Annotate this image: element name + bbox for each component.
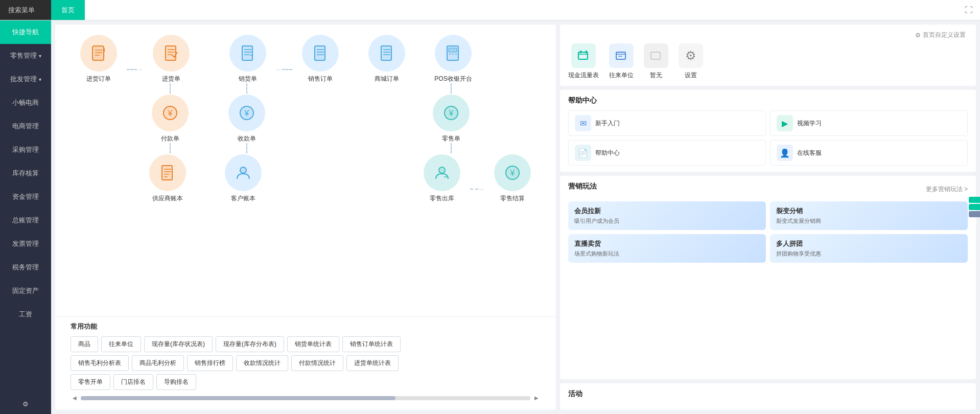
svg-rect-21 (381, 46, 391, 60)
activity-title: 活动 (568, 389, 968, 399)
sidebar-item-payroll[interactable]: 工资 (0, 303, 51, 326)
func-btn-retail-order[interactable]: 零售开单 (71, 374, 110, 390)
community-btn[interactable]: 服务社区 (969, 204, 980, 210)
sidebar-item-assets[interactable]: 固定资产 (0, 279, 51, 303)
flow-node-receipt[interactable]: ¥ 收款单 (219, 95, 275, 143)
sidebar-item-finance[interactable]: 资金管理 (0, 185, 51, 209)
retail-order-icon: ¥ (433, 95, 470, 131)
flow-node-customer-account[interactable]: 客户账本 (215, 154, 271, 203)
func-btn-product[interactable]: 商品 (71, 336, 98, 352)
live-title: 直播卖货 (574, 239, 760, 248)
partner-icon (609, 43, 634, 68)
desktop-btn[interactable]: 桌面快捷 (969, 211, 980, 217)
marketing-item-split[interactable]: 裂变分销 裂变式发展分销商 (770, 201, 968, 230)
scroll-left-icon[interactable]: ◀ (71, 395, 79, 401)
scrollbar-row: ◀ ▶ (71, 393, 541, 403)
svg-text:¥: ¥ (244, 109, 249, 118)
svg-rect-10 (242, 46, 252, 60)
func-btn-payment-stat[interactable]: 付款情况统计 (291, 355, 343, 371)
func-btn-product-margin[interactable]: 商品毛利分析 (132, 355, 184, 371)
pos-label: POS收银开台 (434, 75, 472, 83)
func-btn-sales-rank[interactable]: 销售排行榜 (187, 355, 233, 371)
scroll-right-icon[interactable]: ▶ (532, 395, 541, 401)
support-icon: 👤 (777, 145, 793, 161)
func-btn-stock-status[interactable]: 现存量(库存状况表) (144, 336, 213, 352)
sidebar-item-tax[interactable]: 税务管理 (0, 256, 51, 279)
video-icon: ▶ (777, 115, 793, 131)
flow-node-purchase-bill[interactable]: 进货单 (143, 35, 199, 83)
help-item-help[interactable]: 📄 帮助中心 (568, 140, 766, 166)
retail-outbound-icon (424, 154, 460, 191)
help-item-video[interactable]: ▶ 视频学习 (770, 110, 968, 136)
quick-icon-partner[interactable]: 往来单位 (609, 43, 634, 80)
help-item-support[interactable]: 👤 在线客服 (770, 140, 968, 166)
marketing-title: 营销玩法 (568, 182, 597, 191)
sidebar-item-retail[interactable]: 零售管理 ▾ (0, 44, 51, 67)
flow-node-sales-order[interactable]: 销售订单 (292, 35, 348, 83)
gear-icon-small: ⚙ (915, 32, 921, 39)
flow-node-mall-order[interactable]: 商城订单 (359, 35, 415, 83)
split-title: 裂变分销 (776, 206, 962, 216)
help-grid: ✉ 新手入门 ▶ 视频学习 📄 帮助中心 👤 (568, 110, 968, 166)
sidebar-item-ledger[interactable]: 总账管理 (0, 209, 51, 232)
home-tab[interactable]: 首页 (51, 0, 85, 20)
flow-node-payment[interactable]: ¥ 付款单 (142, 95, 198, 143)
marketing-item-member[interactable]: 会员拉新 吸引用户成为会员 (568, 201, 766, 230)
help-item-beginner[interactable]: ✉ 新手入门 (568, 110, 766, 136)
func-btn-receipt-stat[interactable]: 收款情况统计 (236, 355, 288, 371)
retail-settle-icon: ¥ (494, 154, 531, 191)
sidebar-item-xiaochang[interactable]: 小畅电商 (0, 91, 51, 114)
member-title: 会员拉新 (574, 206, 760, 216)
help-title: 帮助中心 (568, 96, 968, 105)
flow-node-supplier-account[interactable]: 供应商账本 (139, 154, 196, 203)
svg-text:¥: ¥ (168, 109, 173, 118)
group-desc: 拼团购物享受优惠 (776, 250, 962, 258)
customize-header[interactable]: ⚙ 首页自定义设置 (568, 31, 968, 39)
func-btn-sales-order-stat[interactable]: 销售订单统计表 (342, 336, 401, 352)
help-section: 帮助中心 ✉ 新手入门 ▶ 视频学习 📄 帮助中心 (560, 90, 976, 172)
func-btn-gross-margin[interactable]: 销售毛利分析表 (71, 355, 129, 371)
right-panel: ⚙ 首页自定义设置 现金流量表 (556, 20, 980, 414)
more-marketing-link[interactable]: 更多营销玩法 > (926, 185, 968, 194)
flow-node-pos[interactable]: POS收银开台 (425, 35, 481, 83)
customer-service-btn[interactable]: 客服热线 (969, 197, 980, 203)
sidebar-settings[interactable]: ⚙ (0, 394, 51, 414)
supplier-account-icon (149, 154, 186, 191)
func-buttons-row1: 商品 往来单位 现存量(库存状况表) 现存量(库存分布表) 销货单统计表 销售订… (71, 336, 541, 352)
marketing-item-group[interactable]: 多人拼团 拼团购物享受优惠 (770, 234, 968, 263)
flow-node-retail-settle[interactable]: ¥ 零售结算 (484, 154, 541, 203)
sidebar-item-inventory[interactable]: 库存核算 (0, 162, 51, 185)
flow-node-retail-order[interactable]: ¥ 零售单 (423, 95, 479, 143)
func-btn-store-rank[interactable]: 门店排名 (113, 374, 153, 390)
purchase-bill-label: 进货单 (162, 75, 180, 83)
func-btn-stock-dist[interactable]: 现存量(库存分布表) (216, 336, 284, 352)
beginner-label: 新手入门 (595, 119, 620, 128)
sidebar-item-invoice[interactable]: 发票管理 (0, 232, 51, 256)
svg-rect-16 (315, 46, 325, 60)
partner-label: 往来单位 (609, 71, 634, 80)
search-menu[interactable]: 搜索菜单 (0, 0, 51, 20)
sidebar-item-wholesale[interactable]: 批发管理 ▾ (0, 67, 51, 91)
svg-rect-58 (580, 51, 581, 53)
flow-node-sales-bill[interactable]: 销货单 (220, 35, 276, 83)
func-btn-partner[interactable]: 往来单位 (101, 336, 141, 352)
sidebar-item-purchase[interactable]: 采购管理 (0, 138, 51, 162)
quick-icon-none[interactable]: 暂无 (644, 43, 668, 80)
quick-icon-settings[interactable]: ⚙ 设置 (679, 43, 703, 80)
sidebar-item-ecommerce[interactable]: 电商管理 (0, 114, 51, 138)
flow-node-purchase-order[interactable]: 进货订单 (71, 35, 127, 83)
sales-order-label: 销售订单 (308, 75, 333, 83)
sales-bill-icon (229, 35, 266, 72)
func-btn-sales-stat[interactable]: 销货单统计表 (287, 336, 339, 352)
flow-node-retail-outbound[interactable]: 零售出库 (414, 154, 470, 203)
beginner-icon: ✉ (575, 115, 591, 131)
sidebar: 快捷导航 零售管理 ▾ 批发管理 ▾ 小畅电商 电商管理 采购管理 库存核算 资… (0, 20, 51, 414)
sidebar-item-quick-nav[interactable]: 快捷导航 (0, 20, 51, 44)
quick-icon-cashflow[interactable]: 现金流量表 (568, 43, 599, 80)
content-area: 进货订单 → 进货单 (51, 20, 980, 414)
marketing-item-live[interactable]: 直播卖货 场景式购物新玩法 (568, 234, 766, 263)
expand-icon[interactable]: ⛶ (964, 5, 974, 15)
func-btn-purchase-stat[interactable]: 进货单统计表 (346, 355, 399, 371)
func-btn-guide-rank[interactable]: 导购排名 (156, 374, 196, 390)
svg-rect-28 (449, 48, 457, 52)
